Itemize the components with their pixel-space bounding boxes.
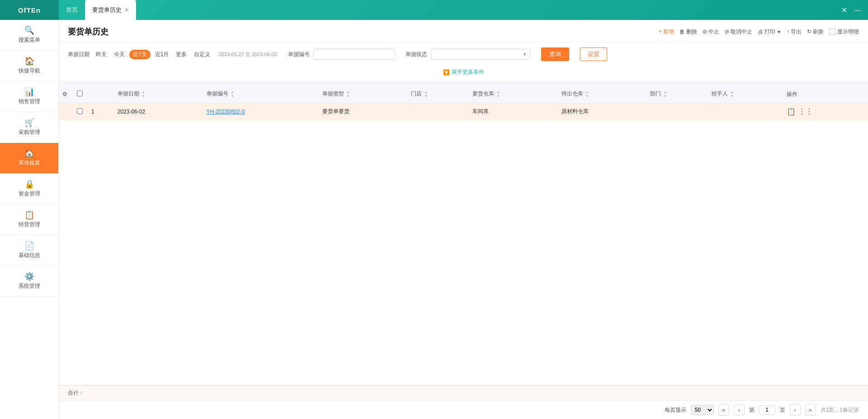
last-page-btn[interactable]: » <box>805 405 816 415</box>
expand-btn-label: 展开更多条件 <box>452 68 484 76</box>
bill-no-label: 单据编号 <box>288 51 310 58</box>
td-store <box>407 103 469 120</box>
new-button[interactable]: + 新增 <box>659 28 674 36</box>
th-dept[interactable]: 部门 ▲▼ <box>646 86 708 103</box>
td-bill-no[interactable]: YH-20230602-0 <box>203 103 319 120</box>
row-edit-icon[interactable]: 📋 <box>787 107 796 116</box>
sidebar-item-system-label: 系统管理 <box>19 282 40 290</box>
sidebar: 🔍 搜索菜单 🏠 快捷导航 📊 销售管理 🛒 采购管理 🏠 库存核算 🔒 资金管… <box>0 20 59 419</box>
sidebar-item-base[interactable]: 📄 基础信息 <box>0 235 58 266</box>
purchase-icon: 🛒 <box>24 119 34 127</box>
tab-bill-history[interactable]: 要货单历史 ✕ <box>85 0 136 20</box>
dept-sort-icon: ▲▼ <box>663 90 667 98</box>
base-icon: 📄 <box>24 242 34 250</box>
print-button[interactable]: 🖨 打印 ▼ <box>758 28 781 36</box>
th-settings[interactable]: ⚙ <box>59 86 73 103</box>
delete-button[interactable]: 🗑 删除 <box>679 28 697 36</box>
page-size-label: 每页显示 <box>665 406 686 414</box>
th-req-warehouse[interactable]: 要货仓库 ▲▼ <box>469 86 558 103</box>
row-checkbox[interactable] <box>77 108 83 114</box>
date-1month-btn[interactable]: 近1月 <box>152 50 172 59</box>
tab-home-label: 首页 <box>66 6 78 14</box>
th-store[interactable]: 门店 ▲▼ <box>407 86 469 103</box>
sidebar-item-operations-label: 经营管理 <box>19 221 40 229</box>
status-label: 单据状态 <box>406 51 427 58</box>
date-sort-icon: ▲▼ <box>142 90 145 98</box>
filter-area: 单据日期 昨天 今天 近7天 近1月 更多 自定义 2023-05-27 至 2… <box>59 42 868 82</box>
td-date: 2023-06-02 <box>114 103 203 120</box>
sidebar-item-purchase-label: 采购管理 <box>19 129 40 136</box>
search-menu-icon: 🔍 <box>24 26 34 34</box>
th-actions: 操作 <box>783 86 868 103</box>
footer-total-label: 合计： <box>68 389 84 397</box>
th-handler[interactable]: 经手人 ▲▼ <box>708 86 783 103</box>
td-checkbox[interactable] <box>73 103 88 120</box>
table-header-row: ⚙ 单据日期 ▲▼ 单据编号 ▲▼ <box>59 86 868 103</box>
date-yesterday-btn[interactable]: 昨天 <box>93 50 109 59</box>
expand-more-btn[interactable]: 🔽 展开更多条件 <box>443 68 484 76</box>
req-warehouse-sort-icon: ▲▼ <box>496 90 500 98</box>
minimize-window-icon[interactable]: — <box>854 6 861 14</box>
select-all-checkbox[interactable] <box>77 90 83 96</box>
td-handler <box>708 103 783 120</box>
tab-home[interactable]: 首页 <box>59 0 85 20</box>
refresh-button[interactable]: ↻ 刷新 <box>807 28 824 36</box>
query-button[interactable]: 查询 <box>541 48 569 61</box>
display-detail-checkbox[interactable] <box>829 29 835 35</box>
toolbar: + 新增 🗑 删除 ⊘ 中止 ⊘ 取消中止 🖨 打印 ▼ <box>659 28 859 36</box>
status-chevron-down-icon: ▼ <box>519 52 530 57</box>
settings-button[interactable]: 设置 <box>580 48 607 61</box>
sidebar-item-quick-nav[interactable]: 🏠 快捷导航 <box>0 51 58 81</box>
sidebar-item-search-menu[interactable]: 🔍 搜索菜单 <box>0 20 58 51</box>
td-actions: 📋 ⋮⋮ <box>783 103 868 120</box>
sidebar-item-system[interactable]: ⚙️ 系统管理 <box>0 266 58 297</box>
th-date[interactable]: 单据日期 ▲▼ <box>114 86 203 103</box>
new-btn-label: + 新增 <box>659 28 674 36</box>
sidebar-item-inventory[interactable]: 🏠 库存核算 <box>0 143 58 174</box>
date-filter-label: 单据日期 <box>68 51 90 58</box>
th-bill-no[interactable]: 单据编号 ▲▼ <box>203 86 319 103</box>
bill-no-link[interactable]: YH-20230602-0 <box>207 109 245 115</box>
date-custom-btn[interactable]: 自定义 <box>191 50 213 59</box>
bill-no-input[interactable] <box>313 49 395 60</box>
sidebar-item-sales-label: 销售管理 <box>19 98 40 105</box>
date-today-btn[interactable]: 今天 <box>111 50 127 59</box>
export-button[interactable]: ↑ 导出 <box>787 28 802 36</box>
sidebar-item-purchase[interactable]: 🛒 采购管理 <box>0 112 58 143</box>
display-detail-toggle[interactable]: 显示明细 <box>829 28 859 36</box>
th-checkbox[interactable] <box>73 86 88 103</box>
table-area: ⚙ 单据日期 ▲▼ 单据编号 ▲▼ <box>59 86 868 385</box>
print-icon: 🖨 <box>758 29 763 35</box>
page-size-select[interactable]: 20 50 100 <box>691 405 714 415</box>
date-range-text: 2023-05-27 至 2023-06-02 <box>218 51 277 58</box>
date-range-buttons: 昨天 今天 近7天 近1月 更多 自定义 <box>93 50 213 59</box>
row-more-icon[interactable]: ⋮⋮ <box>798 107 813 116</box>
status-select-wrap: ▼ <box>431 49 530 60</box>
data-table: ⚙ 单据日期 ▲▼ 单据编号 ▲▼ <box>59 86 868 120</box>
refresh-icon: ↻ <box>807 29 811 35</box>
first-page-btn[interactable]: « <box>718 405 729 415</box>
cancel-stop-button[interactable]: ⊘ 取消中止 <box>725 28 752 36</box>
main-layout: 🔍 搜索菜单 🏠 快捷导航 📊 销售管理 🛒 采购管理 🏠 库存核算 🔒 资金管… <box>0 20 868 419</box>
date-7days-btn[interactable]: 近7天 <box>129 50 151 59</box>
stop-btn-label: 中止 <box>708 28 719 36</box>
status-select-input[interactable] <box>431 49 519 59</box>
sidebar-item-sales[interactable]: 📊 销售管理 <box>0 81 58 112</box>
tab-bill-history-close[interactable]: ✕ <box>124 7 129 13</box>
table-row[interactable]: 1 2023-06-02 YH-20230602-0 要货单要货 车间库 原材料… <box>59 103 868 120</box>
th-bill-type[interactable]: 单据类型 ▲▼ <box>319 86 408 103</box>
th-pending-warehouse[interactable]: 待出仓库 ▲▼ <box>558 86 647 103</box>
pending-warehouse-sort-icon: ▲▼ <box>585 90 589 98</box>
next-page-btn[interactable]: › <box>790 405 801 415</box>
prev-page-btn[interactable]: ‹ <box>734 405 745 415</box>
close-window-icon[interactable]: ✕ <box>841 6 847 14</box>
finance-icon: 🔒 <box>24 180 34 188</box>
sidebar-item-operations[interactable]: 📋 经营管理 <box>0 205 58 235</box>
page-number-input[interactable] <box>759 405 775 414</box>
sales-icon: 📊 <box>24 88 34 96</box>
brand-name: OfTEn <box>18 6 41 14</box>
system-icon: ⚙️ <box>24 272 34 281</box>
sidebar-item-finance[interactable]: 🔒 资金管理 <box>0 174 58 205</box>
stop-button[interactable]: ⊘ 中止 <box>703 28 719 36</box>
date-more-btn[interactable]: 更多 <box>173 50 189 59</box>
